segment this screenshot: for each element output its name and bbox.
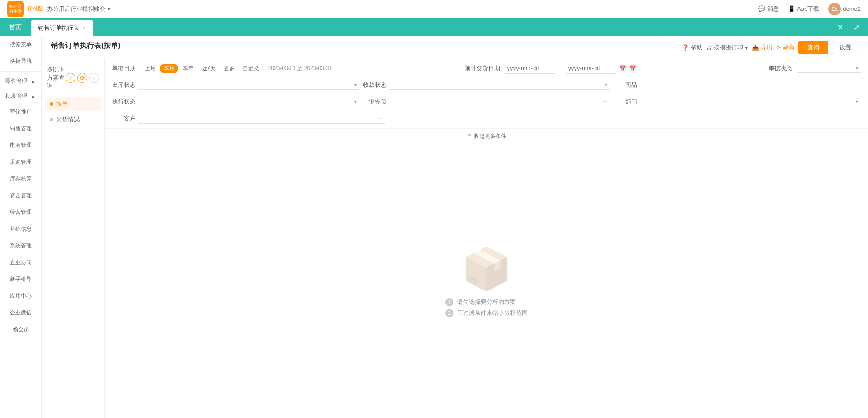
sidebar-item-member[interactable]: 畅会员 [0, 321, 41, 338]
refresh-scheme-btn[interactable]: ⟳ [77, 73, 87, 83]
app-logo: 畅捷通 好生意 [7, 1, 24, 17]
sidebar-item-enterprise[interactable]: 企业协同 [0, 254, 41, 271]
customer-input[interactable]: ··· [138, 113, 385, 124]
message-btn[interactable]: 💬 消息 [758, 5, 779, 13]
date-btn-this-month[interactable]: 本月 [160, 64, 178, 73]
scheme-item-shortage[interactable]: 欠货情况 [45, 113, 101, 126]
date-calendar-icon-1[interactable]: 📅 [619, 65, 626, 72]
date-calendar-icon-2[interactable]: 📅 [629, 65, 636, 72]
sidebar-item-retail[interactable]: 零售管理 ▲ [0, 74, 41, 89]
collapse-filter-btn[interactable]: ⌃ 收起更多条件 [105, 128, 868, 144]
goods-ellipsis[interactable]: ··· [853, 81, 858, 88]
out-status-field: 出库状态 ▾ [112, 79, 359, 90]
export-icon: 📤 [752, 44, 759, 51]
dept-dropdown-icon: ▾ [856, 99, 858, 104]
sidebar-item-basic[interactable]: 基础信息 [0, 221, 41, 238]
receipt-status-dropdown-icon: ▾ [605, 82, 607, 87]
date-btn-custom[interactable]: 自定义 [239, 64, 263, 73]
out-status-select[interactable]: ▾ [138, 81, 359, 90]
goods-label: 商品 [613, 81, 637, 89]
customer-ellipsis[interactable]: ··· [377, 114, 382, 122]
export-btn[interactable]: 📤 导出 [752, 43, 773, 52]
receipt-status-select[interactable]: ▾ [389, 81, 610, 90]
sidebar-item-sales[interactable]: 销售管理 [0, 120, 41, 137]
sidebar-item-wechat[interactable]: 企业微信 [0, 304, 41, 321]
tab-close-icon[interactable]: × [83, 20, 86, 36]
left-panel-actions: + ⟳ « [66, 73, 99, 83]
empty-tips: 1 请先选择要分析的方案 2 用过滤条件来缩小分析范围 [445, 298, 528, 317]
expected-date-to[interactable] [566, 63, 616, 74]
scheme-label-shortage: 欠货情况 [56, 115, 80, 124]
salesperson-input[interactable]: ··· [389, 96, 610, 107]
query-button[interactable]: 查询 [798, 41, 828, 54]
date-btn-more[interactable]: 更多 [220, 64, 238, 73]
topbar-right: 💬 消息 📱 App下载 Ea demo2 [758, 3, 861, 15]
export-label: 导出 [761, 43, 773, 52]
filter-row-2: 出库状态 ▾ 收款状态 ▾ [105, 76, 868, 93]
message-icon: 💬 [758, 5, 765, 12]
right-area: 单据日期 上月 本月 本年 近7天 更多 自定义 2023-03-01 至 20… [105, 58, 868, 418]
sidebar-item-apps[interactable]: 应用中心 [0, 288, 41, 304]
topbar: 畅捷通 好生意 标准版 办公用品行业模拟账套 ▾ 💬 消息 📱 App下载 Ea… [0, 0, 868, 18]
collapse-icon: ⌃ [467, 133, 472, 140]
sidebar-item-management[interactable]: 经营管理 [0, 204, 41, 221]
industry-select[interactable]: 办公用品行业模拟账套 ▾ [47, 5, 111, 13]
date-btn-7days[interactable]: 近7天 [198, 64, 219, 73]
user-menu[interactable]: Ea demo2 [828, 3, 861, 15]
industry-name: 办公用品行业模拟账套 [47, 5, 106, 13]
sidebar-search-menu[interactable]: 搜索菜单 [0, 36, 41, 53]
goods-input[interactable]: ··· [640, 79, 861, 90]
salesperson-ellipsis[interactable]: ··· [602, 98, 608, 105]
scheme-item-by-order[interactable]: 按单 [45, 97, 101, 111]
date-btn-last-month[interactable]: 上月 [141, 64, 159, 73]
bill-status-label: 单据状态 [769, 64, 792, 72]
tab-home[interactable]: 首页 [0, 18, 31, 36]
sidebar-item-system[interactable]: 系统管理 [0, 238, 41, 254]
expected-date-group: — 📅 📅 [505, 63, 636, 74]
expected-date-from[interactable] [505, 63, 555, 74]
sidebar-divider-1 [0, 71, 41, 72]
empty-illustration: 📦 [461, 245, 512, 293]
sidebar-arrow-retail: ▲ [30, 78, 36, 85]
collapse-label: 收起更多条件 [474, 133, 506, 140]
bill-status-select[interactable]: ▾ [797, 64, 861, 73]
sidebar-item-finance[interactable]: 资金管理 [0, 187, 41, 204]
sidebar-item-ecommerce[interactable]: 电商管理 [0, 137, 41, 154]
expected-date-label: 预计交货日期 [465, 64, 500, 72]
exec-status-select[interactable]: ▾ [138, 97, 359, 106]
date-btn-this-year[interactable]: 本年 [179, 64, 197, 73]
sidebar-item-marketing[interactable]: 营销推广 [0, 104, 41, 120]
date-label: 单据日期 [112, 64, 136, 72]
refresh-icon: ⟳ [776, 44, 781, 51]
sidebar-item-label-retail: 零售管理 [5, 77, 27, 85]
window-close-btn[interactable]: ✕ [834, 21, 846, 33]
print-dropdown-icon: ▾ [745, 44, 748, 51]
help-btn[interactable]: ❓ 帮助 [682, 43, 703, 52]
print-icon: 🖨 [706, 44, 712, 51]
sidebar-item-wholesale[interactable]: 批发管理 ▲ [0, 89, 41, 104]
filter-row-1: 单据日期 上月 本月 本年 近7天 更多 自定义 2023-03-01 至 20… [105, 58, 868, 76]
tab-active[interactable]: 销售订单执行表 × [31, 20, 93, 36]
out-status-dropdown-icon: ▾ [354, 82, 357, 87]
sidebar-item-purchase[interactable]: 采购管理 [0, 154, 41, 171]
empty-tip-1: 1 请先选择要分析的方案 [445, 298, 528, 306]
sidebar-quick-nav[interactable]: 快捷导航 [0, 53, 41, 70]
refresh-btn[interactable]: ⟳ 刷新 [776, 43, 795, 52]
avatar-text: Ea [832, 6, 838, 12]
tip-1-text: 请先选择要分析的方案 [457, 298, 516, 306]
sidebar-item-inventory[interactable]: 库存核算 [0, 171, 41, 187]
window-expand-btn[interactable]: ⤢ [850, 21, 863, 33]
tip-2-num: 2 [445, 309, 453, 317]
left-panel-header: 按以下方案查询 + ⟳ « [45, 64, 101, 92]
customer-label: 客户 [112, 114, 136, 123]
dept-select[interactable]: ▾ [640, 97, 861, 106]
print-btn[interactable]: 🖨 按模板打印 ▾ [706, 43, 748, 52]
date-buttons: 上月 本月 本年 近7天 更多 自定义 [141, 64, 263, 73]
collapse-left-btn[interactable]: « [89, 73, 99, 83]
sidebar-item-guide[interactable]: 新手引导 [0, 271, 41, 288]
logo-text: 畅捷通 好生意 [9, 4, 22, 14]
settings-button[interactable]: 设置 [832, 41, 859, 54]
app-download-btn[interactable]: 📱 App下载 [788, 5, 819, 13]
tab-active-label: 销售订单执行表 [38, 20, 79, 36]
add-scheme-btn[interactable]: + [66, 73, 75, 83]
